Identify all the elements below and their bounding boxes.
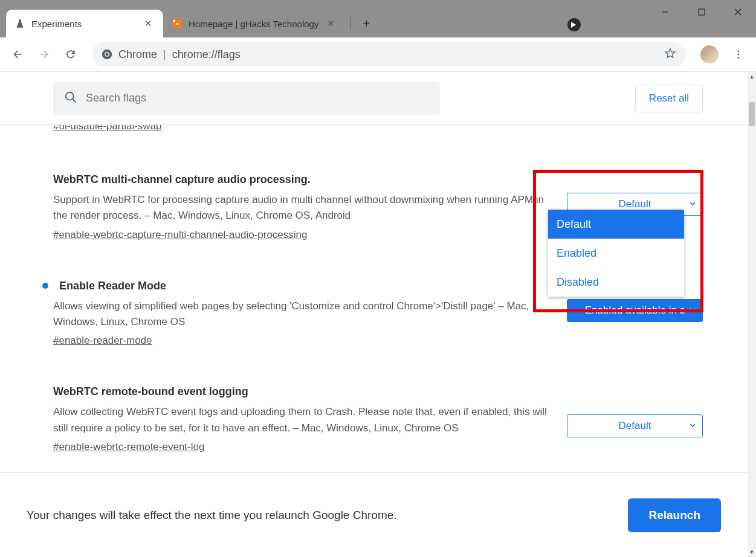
dropdown-popup[interactable]: Default Enabled Disabled: [548, 210, 684, 297]
flags-header: Reset all: [0, 72, 756, 125]
svg-point-11: [738, 54, 740, 56]
tab-experiments[interactable]: Experiments ✕: [6, 10, 163, 37]
flag-select-value: Enabled available in s: [585, 304, 685, 317]
flask-icon: [15, 18, 25, 29]
titlebar: Experiments ✕ Homepage | gHacks Technolo…: [0, 0, 756, 37]
flag-select[interactable]: Default: [567, 414, 703, 437]
flag-select-value: Default: [619, 420, 651, 432]
profile-avatar[interactable]: [700, 45, 719, 63]
omnibox[interactable]: Chrome | chrome://flags: [92, 42, 686, 66]
flag-anchor-link[interactable]: #ui-disable-partial-swap: [53, 125, 162, 132]
flag-description: Allow collecting WebRTC event logs and u…: [53, 404, 549, 436]
flag-anchor-link[interactable]: #enable-webrtc-remote-event-log: [53, 441, 204, 452]
svg-line-14: [73, 98, 76, 102]
dropdown-option[interactable]: Disabled: [548, 268, 684, 297]
flag-title: Enable Reader Mode: [53, 280, 549, 292]
tab-separator: [351, 17, 351, 30]
menu-button[interactable]: [727, 43, 750, 66]
flag-description: Allows viewing of simplified web pages b…: [53, 298, 549, 330]
flag-select-value: Default: [619, 198, 651, 210]
relaunch-bar: Your changes will take effect the next t…: [0, 472, 748, 557]
vertical-scrollbar[interactable]: ▲ ▼: [748, 72, 756, 557]
chevron-down-icon: [689, 420, 696, 432]
close-icon[interactable]: ✕: [325, 18, 337, 29]
modified-indicator-icon: [42, 283, 48, 289]
omnibox-divider: |: [163, 48, 166, 61]
close-icon[interactable]: ✕: [142, 18, 155, 29]
omnibox-url: chrome://flags: [172, 48, 241, 61]
relaunch-message: Your changes will take effect the next t…: [27, 509, 397, 522]
window-controls: [647, 0, 756, 24]
flag-select[interactable]: Enabled available in s: [567, 299, 703, 322]
tab-title: Homepage | gHacks Technology: [189, 19, 318, 29]
dropdown-option[interactable]: Default: [548, 210, 684, 239]
scroll-up-arrow-icon[interactable]: ▲: [748, 72, 756, 82]
chrome-icon: [102, 49, 112, 60]
flag-title: WebRTC multi-channel capture audio proce…: [53, 173, 549, 186]
omnibox-text: Chrome | chrome://flags: [118, 48, 241, 61]
chevron-down-icon: [689, 198, 696, 210]
tab-ghacks[interactable]: Homepage | gHacks Technology ✕: [163, 10, 346, 37]
reset-all-button[interactable]: Reset all: [635, 85, 703, 112]
scroll-thumb[interactable]: [749, 102, 755, 126]
svg-point-12: [738, 57, 740, 59]
svg-point-13: [66, 92, 74, 100]
back-button[interactable]: [6, 43, 29, 66]
svg-rect-1: [173, 20, 175, 22]
svg-point-10: [738, 50, 740, 52]
flag-description: Support in WebRTC for processing capture…: [53, 192, 549, 224]
bookmark-star-icon[interactable]: [664, 47, 676, 62]
close-window-button[interactable]: [720, 0, 756, 24]
forward-button[interactable]: [33, 43, 56, 66]
toolbar: Chrome | chrome://flags: [0, 37, 756, 72]
flag-title-text: Enable Reader Mode: [59, 280, 166, 292]
flag-item-truncated: #ui-disable-partial-swap: [53, 125, 703, 132]
minimize-button[interactable]: [647, 0, 683, 24]
chevron-down-icon: [689, 304, 696, 317]
reload-button[interactable]: [59, 43, 82, 66]
flag-anchor-link[interactable]: #enable-webrtc-capture-multi-channel-aud…: [53, 229, 308, 240]
flag-item: WebRTC remote-bound event logging Allow …: [53, 385, 703, 453]
scroll-down-arrow-icon[interactable]: ▼: [748, 547, 756, 557]
dropdown-option[interactable]: Enabled: [548, 239, 684, 268]
omnibox-origin: Chrome: [118, 48, 157, 61]
svg-point-9: [105, 53, 108, 56]
svg-rect-2: [176, 23, 178, 25]
new-tab-button[interactable]: +: [356, 13, 376, 34]
search-flags-box[interactable]: [53, 82, 440, 115]
tab-strip: Experiments ✕ Homepage | gHacks Technolo…: [0, 0, 376, 37]
flag-anchor-link[interactable]: #enable-reader-mode: [53, 335, 152, 346]
maximize-button[interactable]: [683, 0, 720, 24]
svg-rect-4: [699, 9, 705, 15]
tab-title: Experiments: [31, 19, 136, 29]
media-control-icon[interactable]: [567, 18, 581, 31]
flag-title: WebRTC remote-bound event logging: [53, 385, 549, 398]
ghacks-favicon-icon: [172, 18, 183, 29]
relaunch-button[interactable]: Relaunch: [628, 498, 721, 532]
search-icon: [64, 91, 77, 106]
search-input[interactable]: [86, 92, 429, 105]
flags-content-viewport: #ui-disable-partial-swap WebRTC multi-ch…: [0, 125, 756, 471]
